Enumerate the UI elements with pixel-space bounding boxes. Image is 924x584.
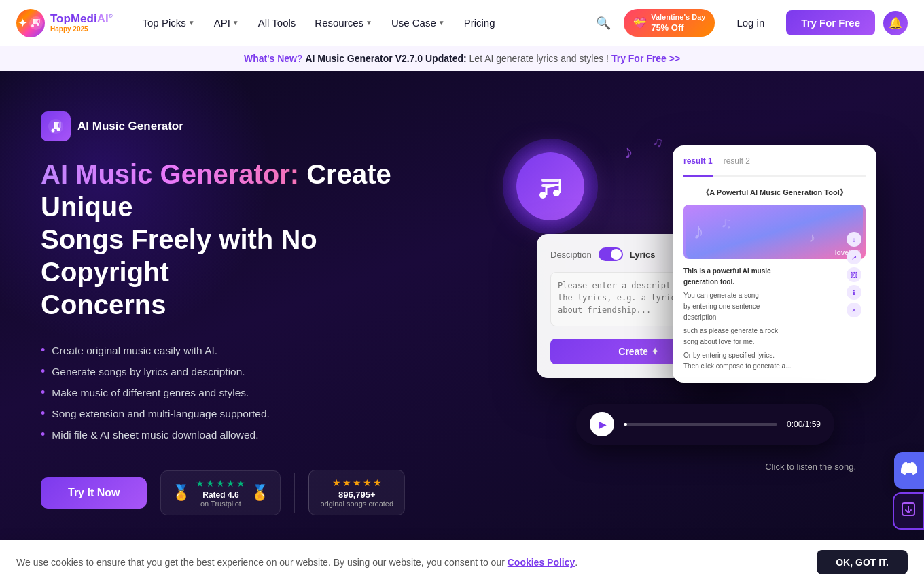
nav-top-picks[interactable]: Top Picks ▼ bbox=[135, 12, 203, 34]
download-widget[interactable] bbox=[893, 492, 924, 530]
svg-point-6 bbox=[52, 129, 55, 133]
player-bar: ▶ 0:00/1:59 bbox=[576, 404, 834, 445]
logo[interactable]: TopMediAI® Happy 2025 bbox=[16, 9, 113, 37]
hero-title-gradient: AI Music Generator: bbox=[41, 159, 299, 189]
gen-label1: Desciption bbox=[550, 250, 592, 260]
try-free-button[interactable]: Try For Free bbox=[786, 10, 875, 35]
brand-tagline: Happy 2025 bbox=[50, 25, 113, 33]
logo-text: TopMediAI® Happy 2025 bbox=[50, 13, 113, 33]
hero-visual: ♪ ♫ ♪ Desciption Lyrics Create ✦ bbox=[482, 125, 876, 451]
more-icon[interactable]: × bbox=[847, 303, 861, 317]
result-card: result 1 result 2 《A Powerful AI Music G… bbox=[673, 145, 876, 383]
trustpilot-badge: 🏅 ★ ★ ★ ★ ★ Rated 4.6 on Trustpilot 🏅 bbox=[160, 470, 281, 515]
laurel-left-icon: 🏅 bbox=[172, 484, 190, 502]
download-icon bbox=[901, 502, 916, 520]
feature-item: Make music of different genres and style… bbox=[41, 382, 448, 403]
result-line-2: generation tool. bbox=[683, 277, 866, 288]
play-icon: ▶ bbox=[599, 419, 607, 430]
download-icon[interactable]: ↓ bbox=[847, 232, 861, 247]
cookies-policy-link[interactable]: Cookies Policy bbox=[508, 557, 575, 568]
song-star-2: ★ bbox=[342, 477, 351, 488]
star-1-icon: ★ bbox=[196, 478, 205, 489]
try-now-button[interactable]: Try It Now bbox=[41, 477, 147, 509]
result-line-5: description bbox=[683, 312, 866, 323]
discord-icon bbox=[901, 460, 917, 481]
login-button[interactable]: Log in bbox=[723, 12, 778, 34]
feature-item: Generate songs by lyrics and description… bbox=[41, 361, 448, 382]
nav-use-case[interactable]: Use Case ▼ bbox=[383, 12, 453, 34]
result-tab-2[interactable]: result 2 bbox=[724, 156, 750, 170]
cookie-text: We use cookies to ensure that you get th… bbox=[16, 557, 800, 568]
svg-point-2 bbox=[37, 23, 39, 26]
nav-resources[interactable]: Resources ▼ bbox=[306, 12, 380, 34]
hero-cta-row: Try It Now 🏅 ★ ★ ★ ★ ★ Rated 4.6 on Trus… bbox=[41, 470, 448, 515]
product-badge-icon bbox=[41, 111, 71, 141]
result-tab-1[interactable]: result 1 bbox=[683, 156, 713, 177]
announcement-product: AI Music Generator V2.7.0 Updated: bbox=[305, 53, 466, 64]
svg-point-7 bbox=[57, 128, 60, 131]
chevron-down-icon: ▼ bbox=[188, 19, 195, 27]
valentine-label: Valentine's Day bbox=[651, 13, 705, 22]
svg-text:♫: ♫ bbox=[652, 133, 664, 150]
info-icon[interactable]: ℹ bbox=[847, 285, 861, 300]
feature-item: Create original music easily with AI. bbox=[41, 340, 448, 361]
announcement-prefix: What's New? bbox=[244, 53, 303, 64]
photo-icon[interactable]: 🖼 bbox=[847, 267, 861, 282]
progress-bar[interactable] bbox=[624, 423, 777, 426]
songs-count: 896,795+ bbox=[338, 489, 376, 500]
divider bbox=[294, 473, 295, 513]
hero-right: ♪ ♫ ♪ Desciption Lyrics Create ✦ bbox=[476, 111, 883, 451]
valentine-discount: 75% Off bbox=[651, 22, 705, 33]
cookie-accept-button[interactable]: OK, GOT IT. bbox=[817, 550, 908, 574]
song-star-5: ★ bbox=[373, 477, 382, 488]
logo-icon bbox=[16, 9, 45, 37]
cookie-bar: We use cookies to ensure that you get th… bbox=[0, 540, 924, 584]
hero-content: AI Music Generator AI Music Generator: C… bbox=[0, 71, 924, 543]
result-line-6: such as please generate a rock bbox=[683, 326, 866, 337]
description-lyrics-toggle[interactable] bbox=[599, 247, 623, 261]
play-button[interactable]: ▶ bbox=[590, 412, 614, 436]
song-star-1: ★ bbox=[332, 477, 341, 488]
trustpilot-inner: ★ ★ ★ ★ ★ Rated 4.6 on Trustpilot bbox=[196, 478, 245, 508]
nav-pricing[interactable]: Pricing bbox=[456, 12, 503, 34]
svg-text:♫: ♫ bbox=[720, 213, 732, 232]
feature-item: Song extension and multi-language suppor… bbox=[41, 403, 448, 424]
hero-left: AI Music Generator AI Music Generator: C… bbox=[41, 111, 448, 515]
songs-label: original songs created bbox=[320, 500, 393, 508]
search-icon[interactable]: 🔍 bbox=[591, 11, 616, 35]
nav-all-tools[interactable]: All Tools bbox=[250, 12, 304, 34]
announcement-cta[interactable]: Try For Free >> bbox=[611, 53, 680, 64]
result-album-art: ♪ ♫ ♪ lovelin3 bbox=[683, 205, 866, 259]
announcement-body: Let AI generate lyrics and styles ! bbox=[469, 53, 611, 64]
notification-bell-icon[interactable]: 🔔 bbox=[883, 11, 908, 35]
chevron-down-icon: ▼ bbox=[366, 19, 372, 27]
trustpilot-platform: on Trustpilot bbox=[200, 500, 241, 508]
nav-api[interactable]: API ▼ bbox=[206, 12, 247, 34]
feature-list: Create original music easily with AI. Ge… bbox=[41, 340, 448, 445]
song-star-4: ★ bbox=[363, 477, 372, 488]
svg-rect-10 bbox=[541, 179, 559, 182]
click-listen-text: Click to listen the song. bbox=[765, 462, 856, 472]
discord-widget[interactable] bbox=[894, 452, 924, 489]
rated-text: Rated 4.6 bbox=[202, 490, 238, 500]
share-icon[interactable]: ↗ bbox=[847, 250, 861, 264]
song-star-3: ★ bbox=[353, 477, 361, 488]
result-line-9: Then click compose to generate a... bbox=[683, 361, 866, 372]
svg-point-1 bbox=[31, 24, 34, 27]
star-rating: ★ ★ ★ ★ ★ bbox=[196, 478, 245, 489]
music-orb-inner bbox=[516, 152, 584, 220]
hero-title: AI Music Generator: Create UniqueSongs F… bbox=[41, 158, 448, 321]
star-4-icon: ★ bbox=[226, 478, 235, 489]
product-badge: AI Music Generator bbox=[41, 111, 448, 141]
result-content: ♪ ♫ ♪ lovelin3 ↓ ↗ 🖼 ℹ × bbox=[683, 205, 866, 259]
star-3-icon: ★ bbox=[216, 478, 225, 489]
hero-section: AI Music Generator AI Music Generator: C… bbox=[0, 71, 924, 584]
result-line-1: This is a powerful AI music bbox=[683, 266, 866, 277]
result-line-4: by entering one sentence bbox=[683, 301, 866, 312]
result-text-lines: This is a powerful AI music generation t… bbox=[683, 266, 866, 372]
result-line-3: You can generate a song bbox=[683, 290, 866, 301]
music-orb bbox=[503, 139, 598, 234]
valentine-badge[interactable]: 💝 Valentine's Day 75% Off bbox=[624, 9, 715, 36]
chevron-down-icon: ▼ bbox=[438, 19, 445, 27]
navbar-left: TopMediAI® Happy 2025 Top Picks ▼ API ▼ … bbox=[16, 9, 503, 37]
